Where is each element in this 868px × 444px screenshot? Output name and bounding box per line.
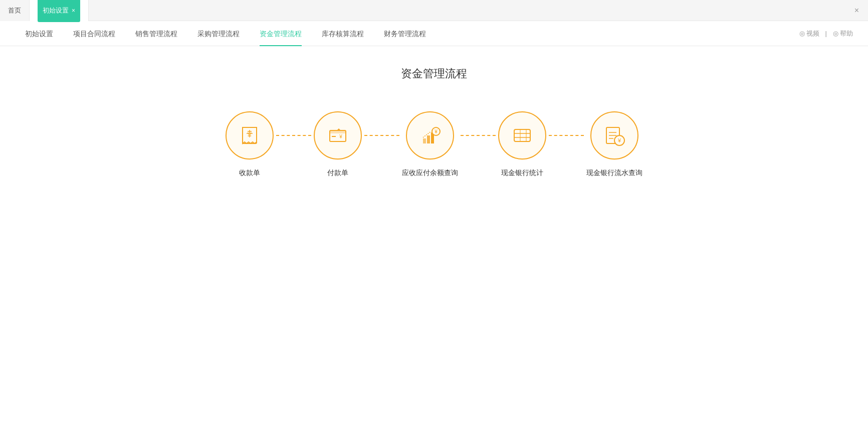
connector-2 — [362, 135, 402, 136]
video-link[interactable]: ◎ 视频 — [799, 29, 819, 38]
payment-label: 付款单 — [327, 169, 348, 178]
video-icon: ◎ — [799, 30, 805, 37]
connector-3 — [458, 135, 498, 136]
help-label: 帮助 — [840, 29, 853, 38]
balance-label: 应收应付余额查询 — [402, 169, 458, 178]
active-tab-text: 初始设置 — [43, 0, 69, 21]
banktrans-label: 现金银行流水查询 — [586, 169, 642, 178]
connector-4 — [546, 135, 586, 136]
video-label: 视频 — [806, 29, 819, 38]
bankstat-icon-circle — [498, 111, 546, 160]
nav-item-capital[interactable]: 资金管理流程 — [250, 21, 312, 46]
connector-1 — [274, 135, 314, 136]
flow-row: ¥ 收款单 ¥ 付款单 — [226, 111, 642, 178]
dots-line-1 — [276, 135, 311, 136]
flow-item-banktrans[interactable]: ¥ 现金银行流水查询 — [586, 111, 642, 178]
flow-item-bankstat[interactable]: 现金银行统计 — [498, 111, 546, 178]
nav-item-finance[interactable]: 财务管理流程 — [374, 21, 436, 46]
svg-text:¥: ¥ — [434, 129, 438, 134]
payment-icon-circle: ¥ — [314, 111, 362, 160]
nav-item-sales[interactable]: 销售管理流程 — [125, 21, 187, 46]
main-content: 资金管理流程 ¥ 收款单 — [0, 46, 868, 198]
receipt-label: 收款单 — [239, 169, 260, 178]
nav-item-inventory[interactable]: 库存核算流程 — [312, 21, 374, 46]
page-title: 资金管理流程 — [401, 66, 467, 81]
nav-item-project[interactable]: 项目合同流程 — [63, 21, 125, 46]
banktrans-icon-circle: ¥ — [590, 111, 638, 160]
flow-item-payment[interactable]: ¥ 付款单 — [314, 111, 362, 178]
active-tab-label: 初始设置 × — [38, 0, 80, 22]
banktrans-icon: ¥ — [602, 123, 626, 147]
svg-text:¥: ¥ — [339, 134, 342, 139]
balance-icon-circle: ¥ — [406, 111, 454, 160]
nav-menu: 初始设置 项目合同流程 销售管理流程 采购管理流程 资金管理流程 库存核算流程 … — [0, 21, 868, 46]
bankstat-label: 现金银行统计 — [501, 169, 543, 178]
svg-rect-5 — [423, 138, 426, 143]
tab-close-icon[interactable]: × — [72, 0, 75, 21]
receipt-icon: ¥ — [238, 123, 262, 147]
dots-line-2 — [364, 135, 399, 136]
dots-line-3 — [461, 135, 496, 136]
svg-rect-6 — [427, 135, 430, 143]
separator: | — [825, 30, 827, 37]
flow-item-balance[interactable]: ¥ 应收应付余额查询 — [402, 111, 458, 178]
home-tab[interactable]: 首页 — [0, 0, 29, 21]
help-link[interactable]: ◎ 帮助 — [833, 29, 853, 38]
nav-item-purchase[interactable]: 采购管理流程 — [187, 21, 250, 46]
window-close-button[interactable]: × — [845, 0, 868, 21]
svg-text:¥: ¥ — [617, 137, 621, 143]
active-tab[interactable]: 初始设置 × — [29, 0, 89, 21]
nav-right: ◎ 视频 | ◎ 帮助 — [799, 29, 853, 38]
top-bar: 首页 初始设置 × × — [0, 0, 868, 21]
help-icon: ◎ — [833, 30, 838, 37]
receipt-icon-circle: ¥ — [226, 111, 274, 160]
payment-icon: ¥ — [326, 123, 350, 147]
flow-item-receipt[interactable]: ¥ 收款单 — [226, 111, 274, 178]
bankstat-icon — [510, 123, 534, 147]
svg-rect-10 — [514, 129, 530, 141]
nav-item-initial[interactable]: 初始设置 — [15, 21, 63, 46]
balance-icon: ¥ — [418, 123, 442, 147]
dots-line-4 — [549, 135, 584, 136]
svg-rect-3 — [330, 130, 346, 133]
